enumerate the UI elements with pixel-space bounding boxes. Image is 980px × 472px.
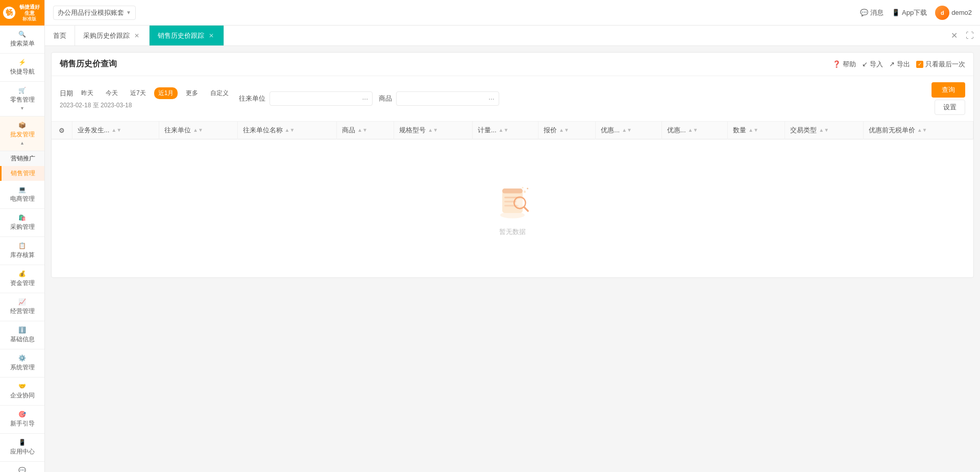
sidebar-item-system[interactable]: ⚙️ 系统管理 [0,349,44,377]
sidebar-item-marketing[interactable]: 营销推广 [0,151,44,166]
filter-row: 日期 昨天 今天 近7天 近1月 更多 自定义 2023-02-18 至 202… [52,76,973,122]
product-filter-group: 商品 ··· [379,91,499,106]
table-header-quote[interactable]: 报价 ▲▼ [538,122,596,139]
only-last-checkbox[interactable]: ✓ [916,61,923,68]
company-dropdown[interactable]: 办公用品行业模拟账套 ▼ [53,6,136,20]
table-header-trade-type[interactable]: 交易类型 ▲▼ [785,122,863,139]
empty-state: 暂无数据 [52,139,973,277]
tab-maximize-button[interactable]: ⛶ [964,29,976,42]
help-icon: ❓ [832,60,841,68]
user-profile[interactable]: d demo2 [935,6,972,20]
query-button[interactable]: 查询 [932,82,965,98]
sort-icon: ▲▼ [559,128,569,133]
tab-close-all-button[interactable]: ✕ [949,29,960,42]
sidebar-item-enterprise[interactable]: 🤝 企业协同 [0,377,44,406]
sort-icon: ▲▼ [193,128,203,133]
download-icon: 📱 [892,9,900,16]
tab-sales-history-label: 销售历史价跟踪 [158,31,204,40]
sidebar-item-ecommerce[interactable]: 💻 电商管理 [0,181,44,209]
tab-bar: 首页 采购历史价跟踪 ✕ 销售历史价跟踪 ✕ ✕ ⛶ [45,26,980,46]
sidebar: 畅 畅捷通好生意 标准版 🔍 搜索菜单 ⚡ 快捷导航 🛒 零售管理 ▼ 📦 批发… [0,0,45,472]
product-input-box[interactable]: ··· [396,91,499,106]
empty-text: 暂无数据 [499,227,526,237]
sidebar-item-quick-nav[interactable]: ⚡ 快捷导航 [0,54,44,82]
inventory-icon: 📋 [18,242,26,249]
export-button[interactable]: ↗ 导出 [889,60,910,69]
tab-sales-history[interactable]: 销售历史价跟踪 ✕ [150,26,224,45]
tab-close-purchase-history[interactable]: ✕ [133,32,141,40]
date-filter-label: 日期 [60,89,73,98]
finance-icon: 💰 [18,270,26,277]
help-button[interactable]: ❓ 帮助 [832,60,856,69]
partner-filter-label: 往来单位 [239,94,265,103]
topbar: 办公用品行业模拟账套 ▼ 💬 消息 📱 App下载 d demo2 [45,0,980,26]
purchase-icon: 🛍️ [18,214,26,221]
search-icon: 🔍 [18,31,26,38]
message-button[interactable]: 💬 消息 [860,8,884,17]
guide-icon: 🎯 [18,411,26,418]
table-header-partner-name[interactable]: 往来单位名称 ▲▼ [237,122,337,139]
table-header-settings[interactable]: ⚙ [52,122,72,139]
sidebar-item-purchase[interactable]: 🛍️ 采购管理 [0,209,44,237]
operations-icon: 📈 [18,298,26,305]
table-header-quantity[interactable]: 数量 ▲▼ [728,122,785,139]
sidebar-item-wholesale[interactable]: 📦 批发管理 ▲ [0,116,44,151]
page-content: 销售历史价查询 ❓ 帮助 ↙ 导入 ↗ 导出 ✓ [45,46,980,472]
partner-input-box[interactable]: ··· [270,91,373,106]
sidebar-item-basic-info[interactable]: ℹ️ 基础信息 [0,321,44,349]
table-header-product[interactable]: 商品 ▲▼ [337,122,394,139]
table-header-unit[interactable]: 计量... ▲▼ [472,122,538,139]
company-name: 办公用品行业模拟账套 [58,8,124,17]
table-header-discount1[interactable]: 优惠... ▲▼ [596,122,662,139]
sidebar-item-guide[interactable]: 🎯 新手引导 [0,406,44,434]
sidebar-item-finance[interactable]: 💰 资金管理 [0,265,44,293]
sidebar-item-label: 经营管理 [10,307,35,316]
date-btn-today[interactable]: 今天 [102,87,122,99]
sidebar-item-wechat[interactable]: 💬 企业微信 [0,462,44,472]
product-search-icon[interactable]: ··· [488,95,495,103]
sidebar-item-inventory[interactable]: 📋 库存核算 [0,237,44,265]
sidebar-item-search[interactable]: 🔍 搜索菜单 [0,26,44,54]
only-last-checkbox-label[interactable]: ✓ 只看最后一次 [916,60,965,69]
tab-actions: ✕ ⛶ [945,26,980,45]
chevron-down-icon: ▼ [126,10,131,15]
table-header-spec[interactable]: 规格型号 ▲▼ [394,122,472,139]
table-header-row: ⚙ 业务发生... ▲▼ 往来单位 [52,122,973,139]
chevron-down-icon: ▼ [20,106,24,111]
product-filter-label: 商品 [379,94,392,103]
sidebar-item-operations[interactable]: 📈 经营管理 [0,293,44,321]
tab-purchase-history[interactable]: 采购历史价跟踪 ✕ [75,26,150,45]
sort-icon: ▲▼ [285,128,295,133]
sidebar-item-label: 营销推广 [11,155,35,162]
settings-button[interactable]: 设置 [935,100,965,115]
import-button[interactable]: ↙ 导入 [862,60,883,69]
sort-icon: ▲▼ [357,128,368,133]
basic-info-icon: ℹ️ [18,326,26,334]
sidebar-item-app-center[interactable]: 📱 应用中心 [0,434,44,462]
date-btn-1month[interactable]: 近1月 [154,87,178,99]
partner-input[interactable] [274,95,360,103]
table-header-pre-tax-price[interactable]: 优惠前无税单价 ▲▼ [863,122,973,139]
svg-point-10 [527,187,528,189]
date-btn-more[interactable]: 更多 [182,87,202,99]
avatar: d [935,6,949,20]
table-header-discount2[interactable]: 优惠... ▲▼ [662,122,727,139]
product-input[interactable] [401,95,486,103]
export-icon: ↗ [889,60,895,68]
partner-search-icon[interactable]: ··· [362,95,368,103]
tab-close-sales-history[interactable]: ✕ [207,32,215,40]
app-download-button[interactable]: 📱 App下载 [892,8,927,17]
sidebar-item-sales-mgmt[interactable]: 销售管理 [0,166,44,181]
date-btn-7days[interactable]: 近7天 [126,87,150,99]
sidebar-item-retail[interactable]: 🛒 零售管理 ▼ [0,82,44,116]
sort-icon: ▲▼ [917,128,927,133]
retail-icon: 🛒 [18,87,26,94]
sidebar-item-label: 基础信息 [10,335,35,344]
date-btn-yesterday[interactable]: 昨天 [77,87,97,99]
date-btn-custom[interactable]: 自定义 [206,87,233,99]
sidebar-item-label: 搜索菜单 [10,39,35,48]
main-card: 销售历史价查询 ❓ 帮助 ↙ 导入 ↗ 导出 ✓ [51,52,974,278]
table-header-business-date[interactable]: 业务发生... ▲▼ [72,122,159,139]
table-header-partner-code[interactable]: 往来单位 ▲▼ [159,122,237,139]
tab-home[interactable]: 首页 [45,26,75,45]
